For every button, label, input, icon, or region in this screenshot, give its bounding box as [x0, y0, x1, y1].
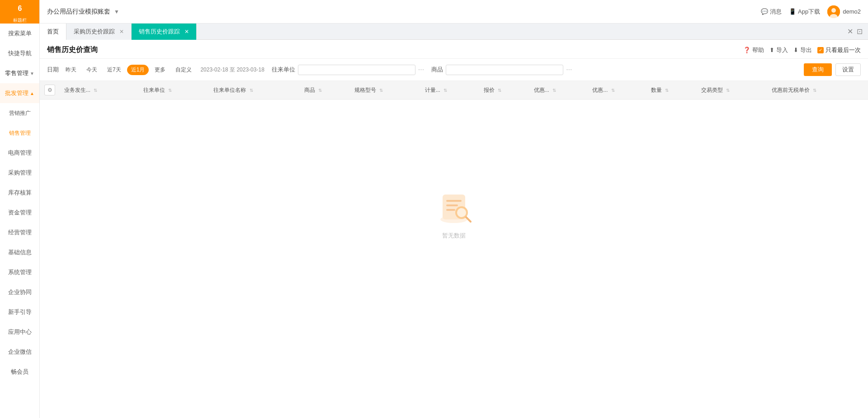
sort-icon: ⇅	[94, 88, 97, 93]
avatar-img	[827, 5, 840, 18]
th-label: 计量...	[425, 87, 440, 93]
user-avatar-button[interactable]: demo2	[827, 5, 861, 18]
sidebar-item-ecommerce[interactable]: 电商管理	[0, 143, 40, 163]
goods-input-wrap: ···	[446, 65, 572, 75]
sidebar-item-enterprise[interactable]: 企业协同	[0, 282, 40, 302]
sort-icon: ⇅	[250, 88, 253, 93]
date-btn-yesterday[interactable]: 昨天	[61, 65, 80, 75]
empty-text: 暂无数据	[442, 232, 466, 240]
date-filter: 日期 昨天 今天 近7天 近1月 更多 自定义 2023-02-18 至 202…	[47, 65, 264, 75]
sidebar-item-retail[interactable]: 零售管理 ▼	[0, 63, 40, 83]
import-button[interactable]: ⬆ 导入	[769, 46, 788, 54]
th-discount1[interactable]: 优惠... ⇅	[529, 81, 588, 100]
sidebar-item-label: 营销推广	[9, 109, 31, 117]
th-settings[interactable]: ⚙	[40, 81, 60, 100]
settings-button[interactable]: 设置	[835, 63, 861, 76]
date-btn-today[interactable]: 今天	[82, 65, 101, 75]
sidebar-item-purchase-mgmt[interactable]: 采购管理	[0, 163, 40, 183]
goods-input[interactable]	[446, 65, 563, 75]
tab-label: 销售历史价跟踪	[139, 28, 180, 36]
tab-close-icon[interactable]: ✕	[184, 28, 189, 35]
tab-sales[interactable]: 销售历史价跟踪 ✕	[132, 24, 197, 40]
sidebar-item-apps[interactable]: 应用中心	[0, 322, 40, 342]
th-unit[interactable]: 计量... ⇅	[420, 81, 479, 100]
partner-filter: 往来单位 ···	[272, 65, 424, 75]
th-partner-code[interactable]: 往来单位 ⇅	[139, 81, 209, 100]
avatar	[827, 5, 840, 18]
svg-point-11	[457, 208, 466, 217]
partner-input[interactable]	[298, 65, 415, 75]
sidebar-item-shortcut[interactable]: 快捷导航	[0, 43, 40, 63]
export-icon: ⬇	[793, 47, 798, 53]
tabbar-actions: ✕ ⊡	[847, 27, 868, 36]
th-biz-date[interactable]: 业务发生... ⇅	[60, 81, 139, 100]
tab-close-icon[interactable]: ✕	[119, 28, 124, 35]
maximize-icon[interactable]: ⊡	[857, 27, 863, 36]
sidebar-item-member[interactable]: 畅会员	[0, 362, 40, 382]
th-quote-price[interactable]: 报价 ⇅	[479, 81, 529, 100]
sidebar-item-label: 批发管理	[5, 89, 28, 97]
goods-filter: 商品 ···	[431, 65, 572, 75]
th-pre-tax-price[interactable]: 优惠前无税单价 ⇅	[767, 81, 868, 100]
sidebar-item-label: 采购管理	[8, 169, 32, 177]
app-download-button[interactable]: 📱 App下载	[789, 8, 820, 16]
help-icon: ❓	[743, 47, 750, 53]
sidebar-item-label: 基础信息	[8, 248, 32, 256]
sidebar-item-basic-info[interactable]: 基础信息	[0, 242, 40, 262]
gear-icon-btn[interactable]: ⚙	[44, 85, 55, 95]
th-spec[interactable]: 规格型号 ⇅	[350, 81, 420, 100]
chevron-down-icon: ▼	[30, 71, 34, 76]
table-wrap: ⚙ 业务发生... ⇅ 往来单位 ⇅ 往来单位名称	[40, 81, 868, 418]
topbar-dropdown-icon[interactable]: ▼	[114, 9, 119, 15]
user-name: demo2	[843, 8, 861, 15]
sort-icon: ⇅	[318, 88, 322, 93]
sidebar-item-label: 快捷导航	[8, 49, 32, 57]
topbar: 办公用品行业模拟账套 ▼ 💬 消息 📱 App下载 de	[40, 0, 868, 24]
th-qty[interactable]: 数量 ⇅	[646, 81, 697, 100]
sidebar-item-guide[interactable]: 新手引导	[0, 302, 40, 322]
th-label: 交易类型	[701, 87, 723, 93]
query-button[interactable]: 查询	[804, 63, 832, 76]
partner-dots[interactable]: ···	[418, 66, 424, 74]
date-btn-7days[interactable]: 近7天	[103, 65, 125, 75]
help-button[interactable]: ❓ 帮助	[743, 46, 764, 54]
sidebar-item-wholesale[interactable]: 批发管理 ▲	[0, 83, 40, 103]
sidebar-item-wechat[interactable]: 企业微信	[0, 342, 40, 362]
app-logo[interactable]: 6 标题栏	[0, 0, 40, 24]
show-last-once-checkbox[interactable]: ✓ 只看最后一次	[817, 46, 861, 54]
th-trade-type[interactable]: 交易类型 ⇅	[697, 81, 767, 100]
download-icon: 📱	[789, 8, 796, 15]
date-btn-custom[interactable]: 自定义	[171, 65, 196, 75]
export-button[interactable]: ⬇ 导出	[793, 46, 812, 54]
sidebar-item-marketing[interactable]: 营销推广	[0, 103, 40, 123]
sidebar-item-label: 电商管理	[8, 149, 32, 157]
sidebar-item-label: 搜索菜单	[8, 29, 32, 38]
sidebar-item-operations[interactable]: 经营管理	[0, 223, 40, 242]
th-label: 业务发生...	[64, 87, 90, 93]
date-btn-more[interactable]: 更多	[151, 65, 170, 75]
sort-icon: ⇅	[611, 88, 615, 93]
th-label: 商品	[304, 87, 315, 93]
chevron-up-icon: ▲	[30, 91, 34, 96]
tab-purchase[interactable]: 采购历史价跟踪 ✕	[66, 24, 132, 40]
date-btn-1month[interactable]: 近1月	[127, 65, 149, 75]
th-label: 报价	[484, 87, 495, 93]
help-label: 帮助	[752, 46, 764, 54]
filter-bar: 日期 昨天 今天 近7天 近1月 更多 自定义 2023-02-18 至 202…	[40, 59, 868, 81]
sidebar-item-inventory[interactable]: 库存核算	[0, 183, 40, 203]
message-button[interactable]: 💬 消息	[761, 8, 782, 16]
sidebar-item-search[interactable]: 搜索菜单	[0, 24, 40, 43]
close-window-icon[interactable]: ✕	[847, 27, 853, 36]
sort-icon: ⇅	[813, 88, 816, 93]
sidebar-item-sales-mgmt[interactable]: 销售管理	[0, 123, 40, 143]
date-label: 日期	[47, 66, 59, 74]
tab-home[interactable]: 首页	[40, 24, 66, 40]
th-discount2[interactable]: 优惠... ⇅	[588, 81, 646, 100]
th-goods[interactable]: 商品 ⇅	[300, 81, 350, 100]
sidebar-item-finance[interactable]: 资金管理	[0, 203, 40, 223]
svg-rect-7	[446, 200, 462, 202]
th-partner-name[interactable]: 往来单位名称 ⇅	[209, 81, 300, 100]
sidebar-item-system[interactable]: 系统管理	[0, 262, 40, 282]
sidebar-item-label: 零售管理	[5, 69, 28, 77]
goods-dots[interactable]: ···	[566, 66, 572, 74]
